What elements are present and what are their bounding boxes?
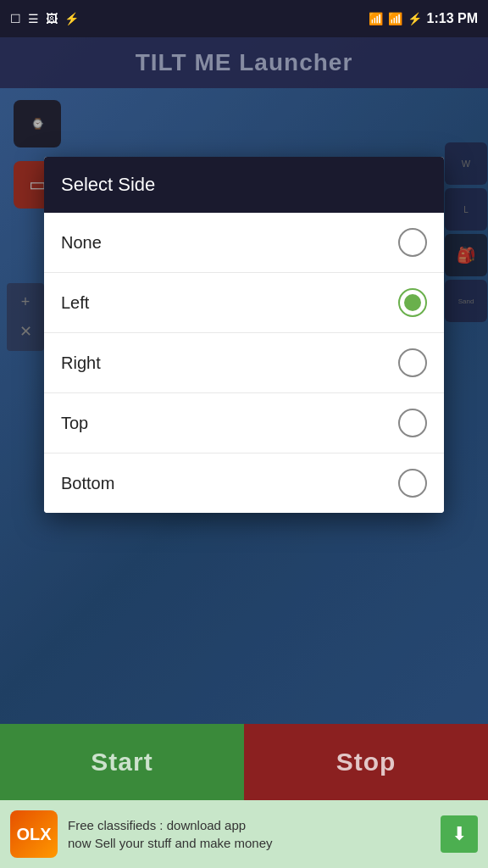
signal-icon: 📶 (388, 12, 402, 25)
wifi-icon: 📶 (369, 12, 383, 25)
radio-btn-left[interactable] (398, 288, 427, 317)
image-icon: 🖼 (46, 12, 58, 25)
option-bottom-label: Bottom (61, 474, 114, 493)
radio-btn-top[interactable] (398, 409, 427, 437)
option-none[interactable]: None (44, 213, 444, 273)
status-bar: ☐ ☰ 🖼 ⚡ 📶 📶 ⚡ 1:13 PM (0, 0, 488, 37)
option-right-label: Right (61, 353, 101, 373)
option-top-label: Top (61, 414, 88, 433)
option-none-label: None (61, 233, 102, 253)
ad-logo: OLX (10, 810, 58, 858)
start-button-label: Start (91, 748, 152, 776)
status-time: 1:13 PM (427, 11, 478, 26)
stop-button-label: Stop (336, 748, 396, 776)
download-icon: ⬇ (452, 823, 467, 845)
ad-line2: now Sell your stuff and make money (68, 834, 430, 852)
start-button[interactable]: Start (0, 724, 244, 800)
status-icons-left: ☐ ☰ 🖼 ⚡ (10, 12, 79, 25)
option-left-label: Left (61, 293, 89, 313)
dialog-title: Select Side (61, 174, 155, 195)
radio-btn-left-inner (404, 294, 421, 311)
status-icons-right: 📶 📶 ⚡ 1:13 PM (369, 11, 478, 26)
dialog-content: None Left Right Top Bottom (44, 213, 444, 513)
select-side-dialog: Select Side None Left Right Top Bottom (44, 157, 444, 513)
battery-icon: ⚡ (408, 12, 422, 25)
ad-download-button[interactable]: ⬇ (441, 815, 478, 853)
option-top[interactable]: Top (44, 393, 444, 453)
radio-btn-none[interactable] (398, 228, 427, 257)
clipboard-icon: ☰ (28, 12, 39, 25)
flash-icon: ⚡ (64, 12, 79, 25)
option-left[interactable]: Left (44, 273, 444, 333)
dialog-title-bar: Select Side (44, 157, 444, 213)
ad-line1: Free classifieds : download app (68, 816, 430, 834)
screen-icon: ☐ (10, 12, 21, 25)
option-bottom[interactable]: Bottom (44, 453, 444, 513)
radio-btn-right[interactable] (398, 348, 427, 377)
radio-btn-bottom[interactable] (398, 469, 427, 498)
stop-button[interactable]: Stop (244, 724, 488, 800)
ad-banner[interactable]: OLX Free classifieds : download app now … (0, 800, 488, 868)
ad-text: Free classifieds : download app now Sell… (68, 816, 430, 852)
option-right[interactable]: Right (44, 333, 444, 393)
bottom-buttons: Start Stop (0, 724, 488, 800)
